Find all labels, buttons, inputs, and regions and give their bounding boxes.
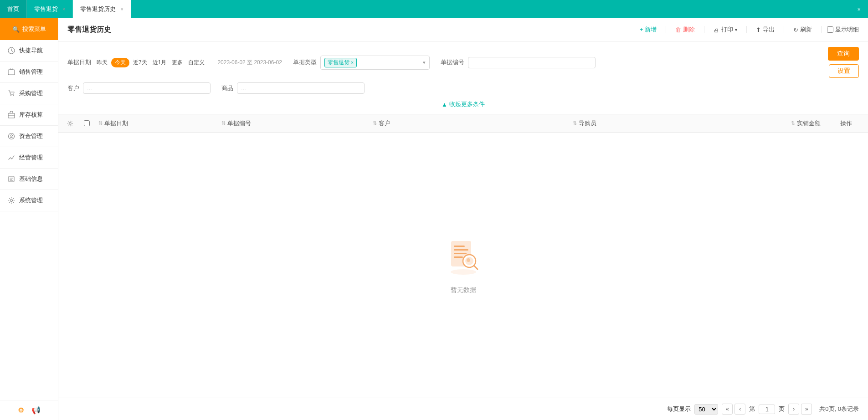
query-button[interactable]: 查询 xyxy=(828,47,859,61)
collapse-button[interactable]: ▲ 收起更多条件 xyxy=(442,100,485,108)
add-button[interactable]: + 新增 xyxy=(636,24,660,36)
show-detail-checkbox-label[interactable]: 显示明细 xyxy=(827,26,859,34)
export-button[interactable]: ⬆ 导出 xyxy=(752,24,778,36)
page-header: 零售退货历史 + 新增 🗑 删除 🖨 打印 ▾ ⬆ 导出 xyxy=(58,18,868,41)
search-icon: 🔍 xyxy=(12,26,20,33)
page-last-btn[interactable]: » xyxy=(801,404,812,415)
filter-row-1: 单据日期 昨天 今天 近7天 近1月 更多 自定义 2023-06-02 至 2… xyxy=(67,47,859,78)
tab-home[interactable]: 首页 xyxy=(0,0,27,18)
sidebar-item-operations[interactable]: 经营管理 xyxy=(0,147,58,169)
date-today[interactable]: 今天 xyxy=(111,58,129,67)
sidebar-item-quick-nav[interactable]: 快捷导航 xyxy=(0,40,58,61)
sidebar: 🔍 搜索菜单 快捷导航 销售管理 采购管理 库存核算 xyxy=(0,18,58,420)
th-customer-sort-icon[interactable]: ⇅ xyxy=(373,120,377,126)
table-container: ⇅ 单据日期 ⇅ 单据编号 ⇅ 客户 ⇅ 导购员 ⇅ 实销金额 xyxy=(58,114,868,398)
svg-rect-11 xyxy=(454,246,465,247)
collapse-icon: ▲ xyxy=(442,101,447,108)
th-guide-label: 导购员 xyxy=(579,119,596,128)
tab-retail-return[interactable]: 零售退货 × xyxy=(27,0,73,18)
refresh-icon: ↻ xyxy=(793,26,798,33)
sidebar-search[interactable]: 🔍 搜索菜单 xyxy=(0,18,58,40)
th-num-label: 单据编号 xyxy=(227,119,251,128)
page-prev-btn[interactable]: ‹ xyxy=(734,404,745,415)
filter-right-buttons: 查询 设置 xyxy=(828,47,859,78)
th-amount-label: 实销金额 xyxy=(797,119,821,128)
collapse-label: 收起更多条件 xyxy=(449,100,485,108)
sidebar-item-basic-info[interactable]: 基础信息 xyxy=(0,169,58,190)
th-action-label: 操作 xyxy=(840,119,852,128)
divider4 xyxy=(784,26,784,33)
per-page-select[interactable]: 50 10 20 100 xyxy=(694,404,718,415)
th-checkbox[interactable] xyxy=(78,120,95,126)
voucher-type-filter: 单据类型 零售退货 × ▾ xyxy=(293,56,430,70)
top-bar: 首页 零售退货 × 零售退货历史 × × xyxy=(0,0,868,18)
th-amount: ⇅ 实销金额 xyxy=(721,119,828,128)
page-next-btn[interactable]: › xyxy=(788,404,799,415)
tab-retail-return-close[interactable]: × xyxy=(62,6,65,12)
voucher-num-filter: 单据编号 xyxy=(441,57,596,68)
date-7days[interactable]: 近7天 xyxy=(131,58,149,67)
table-header: ⇅ 单据日期 ⇅ 单据编号 ⇅ 客户 ⇅ 导购员 ⇅ 实销金额 xyxy=(58,114,868,133)
sidebar-item-purchase-mgmt[interactable]: 采购管理 xyxy=(0,83,58,104)
customer-filter: 客户 ... xyxy=(67,82,211,94)
filter-row-2: 客户 ... 商品 ... xyxy=(67,82,859,94)
page-first-btn[interactable]: « xyxy=(722,404,733,415)
th-date-sort-icon[interactable]: ⇅ xyxy=(98,120,103,126)
set-button[interactable]: 设置 xyxy=(829,64,859,78)
goods-select[interactable]: ... xyxy=(237,82,365,94)
customer-select[interactable]: ... xyxy=(83,82,211,94)
select-all-checkbox[interactable] xyxy=(84,120,90,126)
main-layout: 🔍 搜索菜单 快捷导航 销售管理 采购管理 库存核算 xyxy=(0,18,868,420)
empty-icon xyxy=(443,236,484,279)
export-label: 导出 xyxy=(763,26,775,34)
sidebar-item-system-mgmt[interactable]: 系统管理 xyxy=(0,190,58,211)
th-amount-sort-icon[interactable]: ⇅ xyxy=(791,120,795,126)
print-button[interactable]: 🖨 打印 ▾ xyxy=(710,24,741,36)
voucher-type-tag-remove[interactable]: × xyxy=(351,60,354,65)
tab-retail-return-history-close[interactable]: × xyxy=(120,6,123,12)
date-yesterday[interactable]: 昨天 xyxy=(95,58,109,67)
svg-line-17 xyxy=(474,266,478,269)
date-1month[interactable]: 近1月 xyxy=(151,58,169,67)
refresh-label: 刷新 xyxy=(800,26,812,34)
voucher-num-input[interactable] xyxy=(468,57,596,68)
topbar-close[interactable]: × xyxy=(857,6,868,13)
tab-home-label: 首页 xyxy=(7,5,19,13)
settings-icon[interactable]: ⚙ xyxy=(18,406,24,415)
delete-icon: 🗑 xyxy=(675,26,681,33)
collapse-row: ▲ 收起更多条件 xyxy=(67,98,859,108)
sidebar-item-sales-mgmt[interactable]: 销售管理 xyxy=(0,61,58,83)
page-label: 第 xyxy=(749,405,755,413)
th-gear[interactable] xyxy=(62,120,78,127)
sidebar-item-sales-mgmt-label: 销售管理 xyxy=(19,68,43,76)
tab-retail-return-history[interactable]: 零售退货历史 × xyxy=(73,0,131,18)
page-num-input[interactable] xyxy=(759,405,775,414)
page-title: 零售退货历史 xyxy=(67,25,111,35)
svg-rect-12 xyxy=(454,249,468,251)
voucher-type-tag: 零售退货 × xyxy=(324,58,357,67)
voucher-type-select[interactable]: 零售退货 × ▾ xyxy=(320,56,430,70)
sidebar-item-finance[interactable]: 资金管理 xyxy=(0,126,58,147)
th-customer-label: 客户 xyxy=(379,119,390,128)
th-guide-sort-icon[interactable]: ⇅ xyxy=(573,120,577,126)
svg-rect-13 xyxy=(454,253,467,254)
empty-state: 暂无数据 xyxy=(58,133,868,398)
show-detail-checkbox[interactable] xyxy=(827,26,833,33)
th-num-sort-icon[interactable]: ⇅ xyxy=(221,120,226,126)
svg-rect-4 xyxy=(8,113,15,118)
print-icon: 🖨 xyxy=(714,26,719,33)
voucher-type-tag-text: 零售退货 xyxy=(328,59,349,67)
sidebar-item-inventory[interactable]: 库存核算 xyxy=(0,104,58,126)
date-range-text: 2023-06-02 至 2023-06-02 xyxy=(217,59,282,67)
date-custom[interactable]: 自定义 xyxy=(186,58,206,67)
delete-button[interactable]: 🗑 删除 xyxy=(672,24,699,36)
export-icon: ⬆ xyxy=(756,26,761,33)
refresh-button[interactable]: ↻ 刷新 xyxy=(790,24,816,36)
date-more[interactable]: 更多 xyxy=(170,58,185,67)
tab-retail-return-label: 零售退货 xyxy=(34,5,58,13)
svg-point-9 xyxy=(451,269,476,275)
svg-point-8 xyxy=(69,122,71,124)
sidebar-item-basic-info-label: 基础信息 xyxy=(19,175,43,183)
goods-filter: 商品 ... xyxy=(221,82,365,94)
speaker-icon[interactable]: 📢 xyxy=(31,406,41,415)
